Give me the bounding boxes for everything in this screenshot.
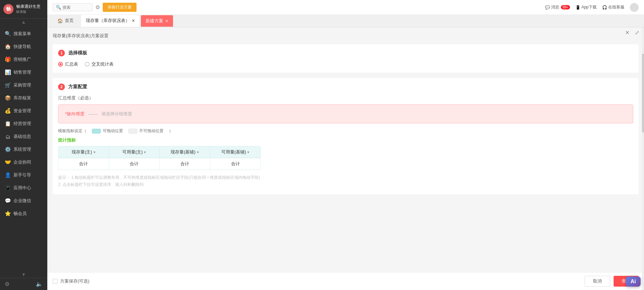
sidebar-label-wechat: 企业微信: [14, 198, 31, 204]
message-link[interactable]: 💬 消息 99+: [545, 4, 570, 10]
dimension-placeholder[interactable]: 请选择分组维度: [101, 111, 132, 117]
sidebar-item-guide[interactable]: 👤 新手引导: [0, 169, 47, 182]
tips-section: 提示： 1.拖动标题栏可以调整布局，不可跨维度或指标区域拖动栏目字段(只能在同一…: [58, 175, 633, 188]
chevron-1: ▾: [144, 150, 146, 154]
radio-cross-dot: [85, 62, 90, 67]
save-checkbox[interactable]: [53, 279, 57, 284]
sidebar-item-quick-nav[interactable]: 🏠 快捷导航: [0, 40, 47, 53]
sidebar-item-marketing[interactable]: 🎁 营销推广: [0, 53, 47, 66]
chevron-2: ▾: [197, 150, 199, 154]
tab-inventory-close-icon[interactable]: ✕: [132, 19, 135, 23]
legend-draggable-box: [92, 129, 101, 134]
tab-home[interactable]: 🏠 首页: [53, 15, 78, 27]
indicator-setting-label: 模板指标设定（: [58, 128, 86, 134]
indicator-section: 模板指标设定（ 可拖动位置 不可拖动位置 ） 统计指标: [58, 128, 633, 170]
ai-fab[interactable]: Ai: [626, 276, 641, 287]
sidebar-item-operations[interactable]: 📋 经营管理: [0, 117, 47, 130]
radio-summary[interactable]: 汇总表: [58, 61, 78, 67]
legend-nondraggable-box: [128, 129, 137, 134]
member-icon: ⭐: [5, 211, 11, 217]
legend-draggable: 可拖动位置: [92, 128, 123, 134]
marketing-icon: 🎁: [5, 56, 11, 63]
sidebar-item-sales[interactable]: 📊 销售管理: [0, 66, 47, 79]
sidebar-label-guide: 新手引导: [14, 172, 31, 178]
sidebar-nav: 🔍 搜索菜单 🏠 快捷导航 🎁 营销推广 📊 销售管理 🛒 采购管理 📦 库存核…: [0, 25, 47, 271]
app-download-link[interactable]: 📱 App下载: [575, 4, 597, 10]
legend-nondraggable: 不可拖动位置: [128, 128, 164, 134]
system-icon: ⚙️: [5, 146, 11, 152]
sidebar-item-cooperation[interactable]: 🤝 企业协同: [0, 156, 47, 169]
sidebar-item-purchase[interactable]: 🛒 采购管理: [0, 79, 47, 92]
sidebar-scroll-up[interactable]: ▲: [0, 19, 47, 25]
user-avatar[interactable]: [630, 3, 639, 12]
speaker-icon[interactable]: 🔈: [36, 281, 43, 287]
content-wrapper: ✕ ⤢ 现存量(库存状况表)方案设置 1 选择模板 汇总表 交叉统: [47, 27, 644, 290]
step2-num: 2: [58, 83, 65, 90]
sidebar-item-system[interactable]: ⚙️ 系统管理: [0, 143, 47, 156]
col-header-2[interactable]: 现存量(基辅) ▾: [160, 146, 210, 158]
tab-inventory-status[interactable]: 现存量（库存状况表） ✕: [81, 15, 140, 27]
dimension-row: *纵向维度 —— 请选择分组维度: [65, 111, 626, 117]
indicator-table: 现存量(主) ▾ 可用量(主) ▾: [58, 146, 261, 170]
sidebar-item-app-center[interactable]: 📱 应用中心: [0, 182, 47, 194]
stats-label: 统计指标: [58, 137, 633, 143]
step1-num: 1: [58, 50, 65, 56]
tabs-bar: 🏠 首页 现存量（库存状况表） ✕ 新建方案 ✕: [47, 15, 644, 27]
indicator-table-header: 现存量(主) ▾ 可用量(主) ▾: [58, 146, 261, 158]
sidebar-label-search-menu: 搜索菜单: [14, 31, 31, 37]
tip-2: 2. 点击标题栏下拉可设置排序、插入列和删除列: [58, 182, 633, 188]
vertical-scrollbar[interactable]: [642, 27, 644, 290]
cell-0-3: 合计: [210, 158, 261, 170]
online-service-link[interactable]: 🎧 在线客服: [602, 4, 624, 10]
search-box[interactable]: 🔍: [53, 3, 93, 11]
tab-new-plan[interactable]: 新建方案 ✕: [141, 15, 173, 27]
radio-summary-dot: [58, 62, 63, 67]
finance-icon: 💰: [5, 108, 11, 114]
col-header-3[interactable]: 可用量(基辅) ▾: [210, 146, 261, 158]
sidebar-label-app-center: 应用中心: [14, 185, 31, 191]
settings-icon[interactable]: ⚙: [5, 281, 9, 287]
headset-icon: 🎧: [602, 5, 607, 10]
step2-label: 方案配置: [68, 84, 87, 90]
sidebar-label-member: 畅会员: [14, 211, 27, 217]
content-area: ✕ ⤢ 现存量(库存状况表)方案设置 1 选择模板 汇总表 交叉统: [47, 27, 644, 272]
tab-new-plan-close-icon[interactable]: ✕: [165, 19, 168, 23]
topbar: 🔍 ⚙ 体验行业方案 💬 消息 99+ 📱 App下载 🎧 在线客服: [47, 0, 644, 15]
guide-icon: 👤: [5, 172, 11, 178]
logo-icon: 畅: [3, 4, 14, 14]
sidebar-item-wechat[interactable]: 💬 企业微信: [0, 194, 47, 207]
sidebar-item-finance[interactable]: 💰 资金管理: [0, 104, 47, 117]
sidebar-item-basic-info[interactable]: 🗂 基础信息: [0, 130, 47, 143]
step2-header: 2 方案配置: [58, 83, 633, 90]
industry-btn[interactable]: 体验行业方案: [103, 3, 137, 12]
col-header-1[interactable]: 可用量(主) ▾: [109, 146, 160, 158]
basic-info-icon: 🗂: [5, 134, 11, 140]
step1-header: 1 选择模板: [58, 50, 633, 56]
page-title: 现存量(库存状况表)方案设置: [53, 33, 639, 39]
purchase-icon: 🛒: [5, 82, 11, 88]
search-input[interactable]: [63, 5, 90, 10]
cancel-button[interactable]: 取消: [585, 276, 610, 287]
dimension-dashes: ——: [89, 112, 97, 117]
radio-cross[interactable]: 交叉统计表: [85, 61, 114, 67]
search-icon: 🔍: [56, 5, 61, 10]
sidebar-label-system: 系统管理: [14, 146, 31, 152]
message-badge: 99+: [561, 5, 570, 9]
quick-nav-icon: 🏠: [5, 44, 11, 50]
sidebar-item-member[interactable]: ⭐ 畅会员: [0, 207, 47, 220]
message-icon: 💬: [545, 5, 550, 10]
sidebar-item-inventory[interactable]: 📦 库存核算: [0, 92, 47, 104]
indicator-table-row-0: 合计 合计 合计 合计: [58, 158, 261, 170]
sidebar-item-search-menu[interactable]: 🔍 搜索菜单: [0, 27, 47, 40]
dimension-box: *纵向维度 —— 请选择分组维度: [58, 104, 633, 123]
template-radio-group: 汇总表 交叉统计表: [58, 61, 633, 67]
modal-expand-btn[interactable]: ⤢: [633, 29, 641, 37]
app-center-icon: 📱: [5, 185, 11, 191]
modal-close-btn[interactable]: ✕: [623, 29, 631, 37]
step1-section: 1 选择模板 汇总表 交叉统计表: [53, 44, 639, 73]
col-header-0[interactable]: 现存量(主) ▾: [58, 146, 109, 158]
sidebar-scroll-down[interactable]: ▼: [0, 271, 47, 278]
gear-icon[interactable]: ⚙: [95, 4, 100, 10]
sidebar-logo: 畅 畅康通好生意 标准版: [0, 0, 47, 19]
sidebar-label-sales: 销售管理: [14, 69, 31, 75]
